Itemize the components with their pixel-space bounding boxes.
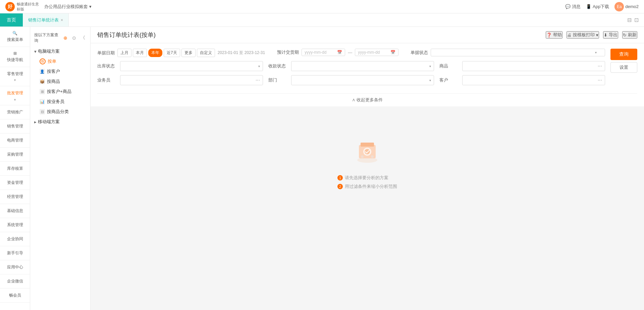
message-btn[interactable]: 💬 消息 <box>565 4 581 10</box>
sidebar-item-enterprise[interactable]: 企业协同 <box>0 232 30 246</box>
user-area[interactable]: Ea demo2 <box>614 2 639 11</box>
export-icon: ⬇ <box>604 33 607 38</box>
btn-last-month[interactable]: 上月 <box>117 49 131 57</box>
tree-arrow-icon: ▾ <box>34 49 37 54</box>
sidebar-item-purchase[interactable]: 采购管理 <box>0 148 30 162</box>
delivery-status-select[interactable]: ▾ <box>120 61 263 71</box>
solution-by-category[interactable]: ⊟ 按商品分类 <box>33 107 90 117</box>
company-selector[interactable]: 办公用品行业模拟账套 ▾ <box>42 2 94 11</box>
filter-row-3: 业务员 ··· 部门 ▾ <box>97 75 605 85</box>
payment-status-select[interactable]: ▾ <box>291 61 434 71</box>
salesperson-more-icon[interactable]: ··· <box>256 77 260 83</box>
filter-row-1: 单据日期 上月 本月 本年 近7天 更多 自定义 <box>97 49 605 57</box>
sidebar-item-operation[interactable]: 经营管理 <box>0 190 30 204</box>
sidebar-item-member[interactable]: 畅会员 <box>0 289 30 303</box>
sidebar-item-finance[interactable]: 资金管理 <box>0 176 30 190</box>
sidebar-search-menu[interactable]: 🔍 搜索菜单 <box>0 27 30 47</box>
department-filter: 部门 ▾ <box>268 75 434 85</box>
main-layout: 🔍 搜索菜单 ⊞ 快捷导航 零售管理 ▾ 批发管理 ▴ 营销推广 销售管理 电商… <box>0 27 644 310</box>
goods-icon: 📦 <box>40 79 45 84</box>
dept-chevron-icon: ▾ <box>429 79 431 82</box>
empty-tips: 1 请先选择要分析的方案 2 用过滤条件来缩小分析范围 <box>337 173 397 191</box>
nav-icon: ⊞ <box>13 51 17 56</box>
goods-filter: 商品 ··· <box>439 61 605 71</box>
print-icon: 🖨 <box>567 33 572 38</box>
refresh-icon: ↻ <box>623 33 627 38</box>
help-icon: ❓ <box>546 33 552 38</box>
maximize-icon[interactable]: ⊡ <box>634 17 639 23</box>
message-icon: 💬 <box>565 4 571 9</box>
empty-state: 1 请先选择要分析的方案 2 用过滤条件来缩小分析范围 <box>91 106 644 218</box>
customer-more-icon[interactable]: ··· <box>598 77 602 83</box>
app-download-btn[interactable]: 📱 App下载 <box>586 4 609 10</box>
btn-last-7-days[interactable]: 近7天 <box>164 49 180 57</box>
tree-mobile-solutions[interactable]: ▸ 移动端方案 <box>30 117 90 127</box>
tab-home[interactable]: 首页 <box>0 13 23 27</box>
goods-input[interactable]: ··· <box>462 61 605 71</box>
minimize-icon[interactable]: ⊟ <box>627 17 632 23</box>
top-bar-left: 好 畅捷通好生意 标版 办公用品行业模拟账套 ▾ <box>5 2 94 11</box>
refresh-btn[interactable]: ↻ 刷新 <box>622 31 637 39</box>
help-btn[interactable]: ❓ 帮助 <box>546 31 562 39</box>
salesperson-input[interactable]: ··· <box>120 75 263 85</box>
tree-pc-solutions[interactable]: ▾ 电脑端方案 <box>30 46 90 56</box>
main-panel: 销售订单统计表(按单) ❓ 帮助 🖨 按模板打印 ▾ ⬇ 导出 <box>91 27 644 310</box>
tab-close-icon[interactable]: × <box>61 18 63 22</box>
print-btn[interactable]: 🖨 按模板打印 ▾ <box>567 31 599 39</box>
sidebar-item-system[interactable]: 系统管理 <box>0 218 30 232</box>
collapse-panel-icon[interactable]: 《 <box>79 35 86 41</box>
date-input-to[interactable]: yyyy-mm-dd 📅 <box>355 49 398 56</box>
goods-more-icon[interactable]: ··· <box>598 63 602 69</box>
setting-button[interactable]: 设置 <box>610 62 637 73</box>
search-icon: 🔍 <box>12 31 17 36</box>
sidebar-item-retail[interactable]: 零售管理 ▾ <box>0 67 30 86</box>
solution-by-salesperson[interactable]: 📊 按业务员 <box>33 97 90 107</box>
solution-by-customer[interactable]: 👤 按客户 <box>33 66 90 76</box>
export-btn[interactable]: ⬇ 导出 <box>603 31 618 39</box>
bar-icon: 📊 <box>40 99 45 104</box>
add-solution-icon[interactable]: ⊕ <box>62 35 69 41</box>
chevron-down-icon: ▾ <box>89 4 92 9</box>
sidebar-item-basic[interactable]: 基础信息 <box>0 204 30 218</box>
tree-arrow-right-icon: ▸ <box>34 119 37 124</box>
phone-icon: 📱 <box>586 4 591 9</box>
solution-by-bill[interactable]: 按 按单 <box>33 56 90 66</box>
collapse-more-btn[interactable]: ∧ 收起更多条件 <box>97 93 637 106</box>
sidebar-item-sales[interactable]: 销售管理 <box>0 119 30 134</box>
salesperson-filter: 业务员 ··· <box>97 75 263 85</box>
btn-custom-date[interactable]: 自定义 <box>197 49 215 57</box>
sidebar-item-appcenter[interactable]: 应用中心 <box>0 260 30 274</box>
sidebar-quick-nav[interactable]: ⊞ 快捷导航 <box>0 47 30 67</box>
customer-input[interactable]: ··· <box>462 75 605 85</box>
date-btn-group: 上月 本月 本年 近7天 更多 自定义 <box>117 49 215 57</box>
date-input-from[interactable]: yyyy-mm-dd 📅 <box>302 49 345 56</box>
solution-by-customer-goods[interactable]: ⊞ 按客户+商品 <box>33 87 90 97</box>
delivery-chevron-icon: ▾ <box>258 64 260 68</box>
department-select[interactable]: ▾ <box>291 75 434 85</box>
btn-this-month[interactable]: 本月 <box>133 49 147 57</box>
page-title: 销售订单统计表(按单) <box>97 31 156 39</box>
page-actions: ❓ 帮助 🖨 按模板打印 ▾ ⬇ 导出 ↻ 刷新 <box>546 31 637 39</box>
btn-more-date[interactable]: 更多 <box>181 49 196 57</box>
sidebar-item-guide[interactable]: 新手引导 <box>0 246 30 260</box>
sidebar-item-wechat[interactable]: 企业微信 <box>0 274 30 289</box>
sidebar-item-ecommerce[interactable]: 电商管理 <box>0 134 30 148</box>
settings-icon[interactable]: ⊙ <box>71 35 77 41</box>
tab-bar: 首页 销售订单统计表 × ⊟ ⊡ <box>0 13 644 27</box>
top-bar: 好 畅捷通好生意 标版 办公用品行业模拟账套 ▾ 💬 消息 📱 App下载 Ea… <box>0 0 644 13</box>
solution-by-goods[interactable]: 📦 按商品 <box>33 76 90 87</box>
query-button[interactable]: 查询 <box>610 49 637 60</box>
sidebar-item-marketing[interactable]: 营销推广 <box>0 105 30 119</box>
empty-tip-1: 1 请先选择要分析的方案 <box>337 173 397 182</box>
calendar-icon-2: 📅 <box>390 50 395 55</box>
tab-sales-stats[interactable]: 销售订单统计表 × <box>23 13 69 27</box>
sidebar-item-inventory[interactable]: 库存核算 <box>0 162 30 176</box>
page-header: 销售订单统计表(按单) ❓ 帮助 🖨 按模板打印 ▾ ⬇ 导出 <box>91 27 644 43</box>
bill-status-select[interactable]: ▾ <box>431 49 605 56</box>
filter-container: 单据日期 上月 本月 本年 近7天 更多 自定义 <box>91 43 644 106</box>
logo-area: 好 畅捷通好生意 标版 <box>5 2 39 11</box>
combine-icon: ⊞ <box>40 89 45 94</box>
sidebar-item-wholesale[interactable]: 批发管理 ▴ <box>0 86 30 105</box>
calendar-icon: 📅 <box>337 50 342 55</box>
btn-this-year[interactable]: 本年 <box>148 49 162 57</box>
